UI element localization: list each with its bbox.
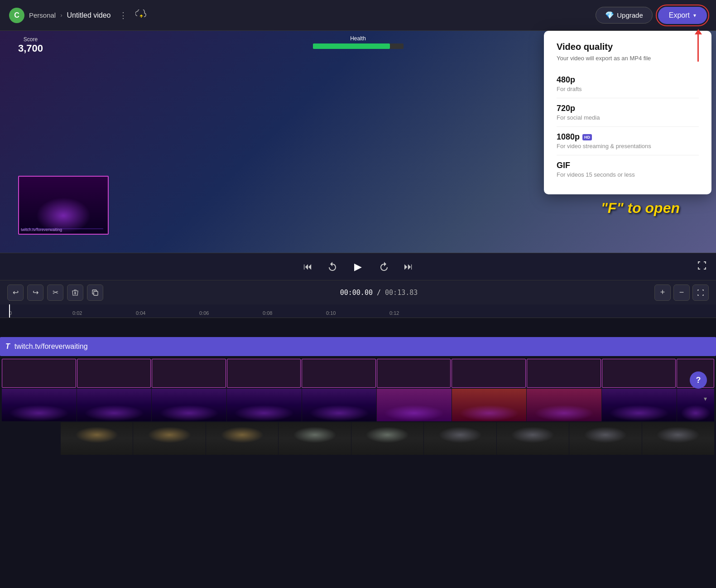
fast-forward-button[interactable] — [376, 259, 392, 275]
video-title[interactable]: Untitled video — [67, 11, 111, 19]
quality-option-720p[interactable]: 720p For social media — [557, 98, 699, 127]
video-cell-6[interactable] — [377, 389, 452, 421]
zoom-out-button[interactable]: − — [673, 284, 690, 301]
clip-cell-3[interactable] — [152, 359, 226, 388]
export-chevron-icon: ▾ — [693, 12, 696, 19]
upgrade-button[interactable]: 💎 Upgrade — [596, 7, 653, 24]
bottom-cell-8[interactable] — [569, 422, 641, 455]
time-total: 00:13.83 — [385, 289, 418, 297]
bottom-cell-6[interactable] — [424, 422, 496, 455]
quality-1080p-desc: For video streaming & presentations — [557, 143, 699, 149]
quality-option-gif[interactable]: GIF For videos 15 seconds or less — [557, 155, 699, 183]
export-dropdown-title: Video quality — [557, 42, 699, 52]
video-cell-4[interactable] — [227, 389, 302, 421]
clip-cell-6[interactable] — [377, 359, 451, 388]
quality-480p-name: 480p — [557, 75, 699, 85]
svg-rect-1 — [94, 291, 98, 295]
ruler-mark-4: 0:04 — [136, 304, 145, 318]
fit-timeline-button[interactable] — [692, 284, 709, 301]
avatar: C — [9, 8, 24, 23]
clip-cell-5[interactable] — [302, 359, 376, 388]
ruler-mark-12: 0:12 — [389, 304, 399, 318]
video-cell-5[interactable] — [302, 389, 377, 421]
export-dropdown-subtitle: Your video will export as an MP4 file — [557, 55, 699, 62]
video-cell-10[interactable] — [677, 389, 714, 421]
ruler-mark-8: 0:08 — [263, 304, 272, 318]
quality-720p-name: 720p — [557, 104, 699, 113]
export-label: Export — [669, 11, 690, 19]
skip-back-button[interactable]: ⏮ — [301, 259, 315, 275]
empty-row — [0, 318, 716, 334]
quality-option-480p[interactable]: 480p For drafts — [557, 70, 699, 98]
quality-option-1080p[interactable]: 1080p HD For video streaming & presentat… — [557, 127, 699, 155]
score-value: 3,700 — [18, 43, 43, 54]
upgrade-label: Upgrade — [617, 11, 643, 19]
clip-cell-2[interactable] — [77, 359, 151, 388]
fullscreen-button[interactable] — [697, 260, 707, 273]
zoom-controls: + − — [654, 284, 709, 301]
video-cell-7[interactable] — [452, 389, 527, 421]
bottom-cell-9[interactable] — [642, 422, 714, 455]
header: C Personal › Untitled video ⋮ 💎 Upgrade … — [0, 0, 716, 31]
header-left: C Personal › Untitled video ⋮ — [9, 8, 596, 23]
quality-480p-desc: For drafts — [557, 86, 699, 92]
text-track-label: twitch.tv/foreverwaiting — [14, 342, 88, 351]
quality-gif-desc: For videos 15 seconds or less — [557, 171, 699, 178]
clip-cell-9[interactable] — [602, 359, 676, 388]
health-label: Health — [313, 35, 404, 42]
export-dropdown: Video quality Your video will export as … — [544, 31, 711, 194]
collapse-toggle[interactable]: ▾ — [704, 395, 707, 402]
copy-button[interactable] — [87, 284, 103, 301]
bottom-cell-4[interactable] — [279, 422, 351, 455]
cut-button[interactable]: ✂ — [47, 284, 63, 301]
undo-button[interactable]: ↩ — [7, 284, 24, 301]
help-button[interactable]: ? — [690, 371, 707, 389]
text-track-icon: T — [5, 342, 10, 351]
header-right: 💎 Upgrade Export ▾ — [596, 7, 707, 24]
ruler-mark-10: 0:10 — [326, 304, 336, 318]
game-text: "F" to open — [601, 200, 680, 217]
time-current: 00:00.00 — [340, 289, 373, 297]
playhead — [9, 304, 10, 318]
clip-cell-7[interactable] — [452, 359, 526, 388]
score-label: Score — [18, 36, 43, 43]
rewind-button[interactable] — [324, 259, 341, 275]
time-display: 00:00.00 / 00:13.83 — [107, 289, 651, 297]
bottom-cell-2[interactable] — [133, 422, 205, 455]
skip-forward-button[interactable]: ⏭ — [401, 259, 416, 275]
health-bar-outer — [313, 43, 404, 49]
bottom-cell-1[interactable] — [61, 422, 133, 455]
cloud-save-icon — [135, 10, 147, 21]
inset-person-image: twitch.tv/foreverwaiting — [19, 177, 108, 234]
more-options-icon[interactable]: ⋮ — [115, 9, 131, 22]
clip-cell-1[interactable] — [2, 359, 76, 388]
clip-cell-8[interactable] — [527, 359, 601, 388]
twitch-watermark: twitch.tv/foreverwaiting — [21, 227, 62, 232]
clip-cell-4[interactable] — [227, 359, 301, 388]
zoom-in-button[interactable]: + — [654, 284, 671, 301]
bottom-cell-5[interactable] — [351, 422, 423, 455]
health-bar-inner — [313, 43, 390, 49]
video-cell-2[interactable] — [77, 389, 152, 421]
workspace-name: Personal — [29, 11, 56, 19]
score-display: Score 3,700 — [18, 36, 43, 54]
delete-button[interactable] — [67, 284, 83, 301]
ruler-mark-6: 0:06 — [199, 304, 209, 318]
video-cell-8[interactable] — [527, 389, 601, 421]
video-cell-9[interactable] — [602, 389, 677, 421]
quality-1080p-name: 1080p HD — [557, 132, 699, 142]
gem-icon: 💎 — [605, 11, 614, 19]
health-bar-container: Health — [313, 35, 404, 49]
play-button[interactable]: ▶ — [350, 258, 367, 275]
video-cell-1[interactable] — [2, 389, 77, 421]
redo-button[interactable]: ↪ — [27, 284, 43, 301]
quality-gif-name: GIF — [557, 161, 699, 170]
bottom-cell-3[interactable] — [206, 422, 278, 455]
bottom-track — [59, 422, 716, 455]
text-track[interactable]: T twitch.tv/foreverwaiting — [0, 337, 716, 356]
export-button[interactable]: Export ▾ — [658, 7, 707, 24]
ruler-mark-2: 0:02 — [72, 304, 82, 318]
bottom-cell-7[interactable] — [497, 422, 569, 455]
video-cell-3[interactable] — [152, 389, 226, 421]
controls-bar: ⏮ ▶ ⏭ — [0, 253, 716, 280]
